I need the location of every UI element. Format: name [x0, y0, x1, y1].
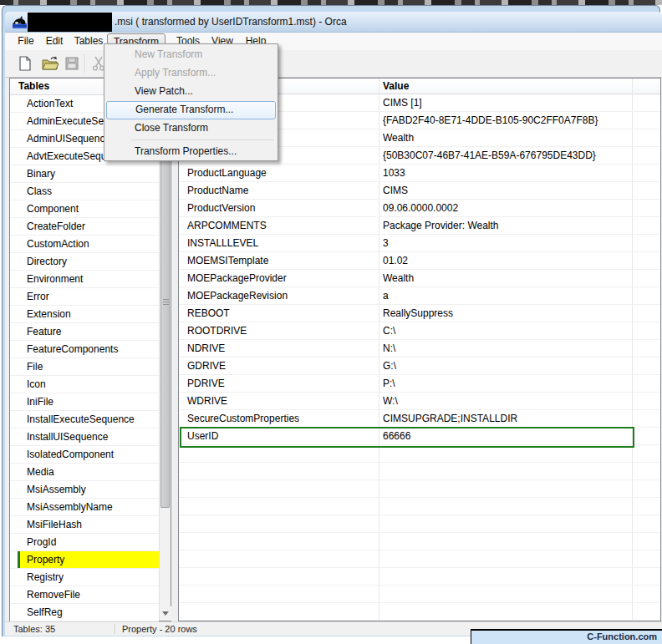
- tables-list-item-featurecomponents[interactable]: FeatureComponents: [10, 341, 159, 358]
- tables-list-item-error[interactable]: Error: [10, 288, 159, 306]
- property-row[interactable]: ARPCOMMENTSPackage Provider: Wealth: [179, 217, 660, 235]
- property-row[interactable]: SecureCustomPropertiesCIMSUPGRADE;INSTAL…: [179, 410, 660, 428]
- tables-list-item-customaction[interactable]: CustomAction: [10, 236, 159, 253]
- menu-item-close-transform[interactable]: Close Transform: [104, 119, 278, 138]
- tables-list-item-selfreg[interactable]: SelfReg: [10, 604, 159, 621]
- table-name-label: MsiAssembly: [10, 484, 86, 495]
- table-name-label: Binary: [10, 168, 55, 180]
- menu-item-apply-transform[interactable]: Apply Transform...: [104, 64, 278, 83]
- table-name-label: MsiAssemblyName: [10, 501, 113, 513]
- table-name-label: File: [10, 361, 43, 373]
- tables-list-item-createfolder[interactable]: CreateFolder: [10, 218, 159, 236]
- orca-app-icon: [13, 15, 27, 29]
- property-name-cell: ARPCOMMENTS: [187, 217, 375, 234]
- status-selection-info: Property - 20 rows: [122, 624, 197, 634]
- tables-list-item-file[interactable]: File: [10, 358, 159, 376]
- property-name-cell: ProductName: [187, 182, 375, 199]
- toolbar-separator: [84, 54, 86, 73]
- property-row[interactable]: UserID66666: [179, 428, 660, 445]
- tables-list-item-isolatedcomponent[interactable]: IsolatedComponent: [10, 446, 159, 464]
- tables-list-item-binary[interactable]: Binary: [10, 165, 159, 183]
- tables-list-item-msiassembly[interactable]: MsiAssembly: [10, 481, 159, 499]
- table-name-label: MsiFileHash: [10, 519, 82, 530]
- tables-list-item-installuisequence[interactable]: InstallUISequence: [10, 428, 159, 446]
- table-name-label: Directory: [10, 256, 67, 267]
- menu-item-generate-transform[interactable]: Generate Transform...: [106, 101, 276, 119]
- property-name-cell: ROOTDRIVE: [187, 322, 375, 339]
- status-separator: [115, 624, 116, 634]
- selected-row-marker: [18, 551, 20, 568]
- tables-list-item-inifile[interactable]: IniFile: [10, 393, 159, 411]
- property-name-cell: INSTALLLEVEL: [187, 235, 375, 251]
- table-name-label: CreateFolder: [10, 221, 85, 232]
- property-value-cell: Wealth: [383, 129, 629, 146]
- property-name-cell: SecureCustomProperties: [187, 410, 375, 427]
- property-row[interactable]: PDRIVEP:\: [179, 375, 660, 393]
- property-row[interactable]: GDRIVEG:\: [179, 357, 660, 375]
- status-tables-count: Tables: 35: [13, 624, 55, 634]
- property-row[interactable]: ProductLanguage1033: [179, 165, 660, 182]
- property-name-cell: UserID: [187, 428, 375, 444]
- save-icon[interactable]: [64, 55, 80, 72]
- tables-list-item-removefile[interactable]: RemoveFile: [10, 586, 159, 604]
- property-value-cell: C:\: [383, 322, 629, 339]
- tables-list-item-class[interactable]: Class: [10, 183, 159, 200]
- tables-list-item-progid[interactable]: ProgId: [10, 534, 159, 551]
- new-document-icon[interactable]: [17, 55, 33, 72]
- property-value-cell: W:\: [383, 393, 629, 409]
- tables-list-item-extension[interactable]: Extension: [10, 306, 159, 323]
- table-name-label: SelfReg: [10, 606, 63, 618]
- tables-list-item-feature[interactable]: Feature: [10, 323, 159, 341]
- property-row[interactable]: REBOOTReallySuppress: [179, 305, 660, 322]
- scroll-down-button[interactable]: [160, 606, 171, 621]
- property-row[interactable]: MOEPackageProviderWealth: [179, 270, 660, 287]
- property-row[interactable]: NDRIVEN:\: [179, 340, 660, 357]
- property-row[interactable]: MOEMSITemplate01.02: [179, 252, 660, 270]
- table-name-label: Error: [10, 291, 49, 302]
- tables-list-item-icon[interactable]: Icon: [10, 376, 159, 393]
- tables-list-item-registry[interactable]: Registry: [10, 569, 159, 586]
- scrollbar-grip-icon: [163, 299, 169, 305]
- tables-list-item-msiassemblyname[interactable]: MsiAssemblyName: [10, 499, 159, 516]
- menu-item-view-patch[interactable]: View Patch...: [104, 83, 278, 101]
- tables-list-item-msifilehash[interactable]: MsiFileHash: [10, 516, 159, 534]
- property-value-cell: 01.02: [383, 252, 629, 269]
- property-value-cell: CIMS [1]: [383, 94, 629, 111]
- menu-file[interactable]: File: [12, 33, 40, 49]
- table-name-label: Component: [10, 203, 79, 215]
- open-folder-icon[interactable]: [41, 55, 58, 72]
- tables-list-item-property[interactable]: Property: [10, 551, 159, 569]
- property-row[interactable]: WDRIVEW:\: [179, 393, 660, 410]
- property-value-cell: {FABD2F40-8E71-4DDE-B105-90C2FF0A7F8B}: [383, 112, 629, 129]
- property-name-cell: MOEPackageRevision: [187, 287, 375, 304]
- property-value-cell: CIMS: [383, 182, 629, 199]
- menu-edit[interactable]: Edit: [40, 33, 69, 49]
- property-rows: CIMS [1]{FABD2F40-8E71-4DDE-B105-90C2FF0…: [179, 94, 660, 621]
- property-row[interactable]: ProductNameCIMS: [179, 182, 660, 200]
- title-bar[interactable]: .msi ( transformed by UserIDTransform1.m…: [5, 12, 662, 33]
- property-row[interactable]: INSTALLLEVEL3: [179, 235, 660, 252]
- table-name-label: InstallExecuteSequence: [10, 413, 135, 425]
- column-header-value[interactable]: Value: [383, 79, 625, 94]
- table-name-label: Class: [10, 185, 52, 197]
- tables-list-item-directory[interactable]: Directory: [10, 253, 159, 271]
- empty-row: [179, 498, 660, 515]
- table-name-label: IsolatedComponent: [10, 449, 114, 460]
- table-name-label: Environment: [10, 273, 83, 285]
- menu-item-transform-properties[interactable]: Transform Properties...: [104, 143, 278, 161]
- property-value-cell: P:\: [383, 375, 629, 392]
- empty-row: [179, 568, 660, 586]
- tables-list-item-installexecutesequence[interactable]: InstallExecuteSequence: [10, 411, 159, 428]
- property-row[interactable]: ProductVersion09.06.0000.0002: [179, 200, 660, 217]
- empty-row: [179, 515, 660, 533]
- property-name-cell: GDRIVE: [187, 357, 375, 374]
- property-value-cell: ReallySuppress: [383, 305, 629, 322]
- property-row[interactable]: MOEPackageRevisiona: [179, 287, 660, 305]
- menu-item-new-transform[interactable]: New Transform: [104, 46, 278, 64]
- property-row[interactable]: ROOTDRIVEC:\: [179, 322, 660, 340]
- tables-list-item-media[interactable]: Media: [10, 464, 159, 481]
- menu-tables[interactable]: Tables: [69, 33, 109, 49]
- table-name-label: ActionText: [10, 98, 73, 109]
- tables-list-item-component[interactable]: Component: [10, 200, 159, 218]
- tables-list-item-environment[interactable]: Environment: [10, 271, 159, 288]
